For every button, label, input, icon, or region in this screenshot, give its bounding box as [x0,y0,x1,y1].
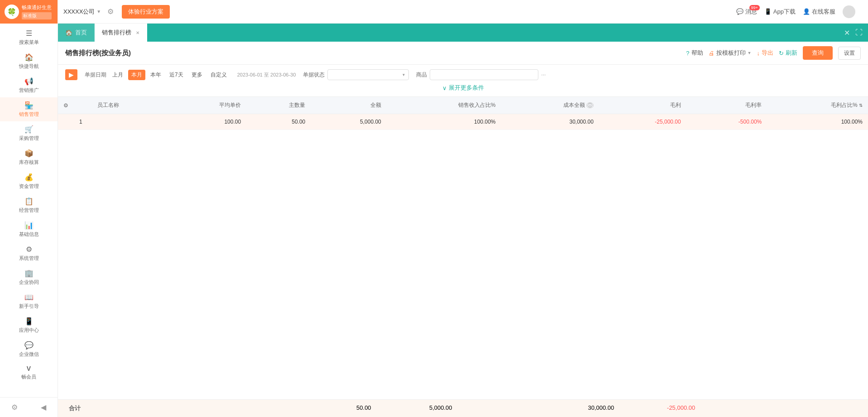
filter-arrow-icon[interactable]: ▶ [65,69,77,80]
col-rank [74,97,92,114]
messages-item[interactable]: 💬 消息 99+ [736,8,757,16]
date-filter: 单据日期 上月 本月 本年 近7天 更多 自定义 [85,70,230,80]
sidebar-item-quicknav[interactable]: 🏠 快捷导航 [0,49,58,73]
sidebar-item-appcenter[interactable]: 📱 应用中心 [0,313,58,337]
tab-bar: 🏠 首页 销售排行榜 ✕ ✕ ⛶ [58,24,868,42]
marketing-icon: 📢 [24,77,34,86]
date-btn-7days[interactable]: 近7天 [166,70,187,80]
sidebar-item-wechat[interactable]: 💬 企业微信 [0,337,58,361]
tab-close-icon[interactable]: ✕ [136,30,139,35]
sidebar-label-appcenter: 应用中心 [19,327,39,334]
main-area: XXXXX公司 ▼ ⚙ 体验行业方案 💬 消息 99+ 📱 App下载 👤 在线… [58,0,868,417]
sidebar-label-system: 系统管理 [19,255,39,262]
date-btn-custom[interactable]: 自定义 [207,70,230,80]
settings-button[interactable]: 设置 [838,47,861,60]
export-button[interactable]: ↓ 导出 [757,49,774,57]
date-btn-this-year[interactable]: 本年 [147,70,164,80]
operations-icon: 📋 [24,197,34,206]
sidebar-item-membership[interactable]: V 畅会员 [0,361,58,384]
expand-conditions-button[interactable]: ∨ 展开更多条件 [442,84,484,92]
sidebar-label-inventory: 库存核算 [19,159,39,166]
header-settings-icon[interactable]: ⚙ [107,7,114,16]
sidebar-nav: ☰ 搜索菜单 🏠 快捷导航 📢 营销推广 🏪 销售管理 🛒 采购管理 📦 库存核… [0,24,58,397]
sidebar-label-quicknav: 快捷导航 [19,63,39,70]
online-service-item[interactable]: 👤 在线客服 [803,8,835,16]
sidebar-item-finance[interactable]: 💰 资金管理 [0,169,58,193]
sidebar-item-enterprise[interactable]: 🏢 企业协同 [0,265,58,289]
home-icon: 🏠 [24,53,34,62]
row-settings [58,114,74,130]
query-button[interactable]: 查询 [803,46,833,60]
company-selector[interactable]: XXXXX公司 ▼ [63,8,101,16]
goods-more-icon[interactable]: ··· [541,72,546,78]
sidebar-item-guide[interactable]: 📖 新手引导 [0,289,58,313]
message-icon: 💬 [736,8,743,15]
page-title: 销售排行榜(按业务员) [65,49,686,58]
sidebar-label-membership: 畅会员 [21,374,36,380]
data-table: ⚙ 员工名称 平均单价 主数量 全额 销售收入占比% 成本全额 ⓘ 毛利 毛利率… [58,97,868,130]
row-name [92,114,169,130]
service-icon: 👤 [803,8,810,15]
sidebar-item-purchase[interactable]: 🛒 采购管理 [0,121,58,145]
sidebar-item-inventory[interactable]: 📦 库存核算 [0,145,58,169]
refresh-button[interactable]: ↻ 刷新 [779,49,797,57]
sidebar-item-operations[interactable]: 📋 经营管理 [0,193,58,217]
sidebar-item-system[interactable]: ⚙ 系统管理 [0,241,58,265]
status-label: 单据状态 [303,71,325,79]
guide-icon: 📖 [24,293,34,302]
bottom-collapse-icon[interactable]: ◀ [37,401,50,413]
date-btn-this-month[interactable]: 本月 [128,70,145,80]
sidebar-item-search[interactable]: ☰ 搜索菜单 [0,25,58,49]
sidebar-item-marketing[interactable]: 📢 营销推广 [0,73,58,97]
bottom-settings-icon[interactable]: ⚙ [8,401,21,413]
col-sales-pct: 销售收入占比% [387,97,501,114]
page-header: 销售排行榜(按业务员) ? 帮助 🖨 按模板打印 ▼ ↓ 导出 [58,42,868,65]
row-gross-rate: -500.00% [686,114,767,130]
date-btn-last-month[interactable]: 上月 [109,70,126,80]
goods-filter: 商品 ··· [416,69,546,80]
print-dropdown-icon: ▼ [748,51,752,55]
goods-input[interactable] [430,69,538,80]
logo-title: 畅康通好生意 [22,4,52,11]
refresh-label: 刷新 [786,49,797,57]
col-name: 员工名称 [92,97,169,114]
status-select[interactable] [327,69,409,80]
top-header: XXXXX公司 ▼ ⚙ 体验行业方案 💬 消息 99+ 📱 App下载 👤 在线… [58,0,868,24]
date-label: 单据日期 [85,71,106,79]
user-avatar[interactable] [843,5,855,18]
tab-sales-ranking[interactable]: 销售排行榜 ✕ [95,24,147,42]
sidebar-item-basicinfo[interactable]: 📊 基础信息 [0,217,58,241]
col-gross-rate: 毛利率 [686,97,767,114]
home-tab-icon: 🏠 [65,29,72,36]
tab-restore-icon[interactable]: ⛶ [855,29,863,37]
template-print-button[interactable]: 🖨 按模板打印 ▼ [709,49,752,57]
cost-info-icon[interactable]: ⓘ [586,102,594,108]
sidebar-label-finance: 资金管理 [19,183,39,190]
tab-home[interactable]: 🏠 首页 [58,24,95,42]
page-actions: ? 帮助 🖨 按模板打印 ▼ ↓ 导出 ↻ 刷新 [686,46,861,60]
logo-icon: 🍀 [5,5,19,19]
expand-label: 展开更多条件 [449,84,484,92]
help-button[interactable]: ? 帮助 [686,49,703,57]
col-gross: 毛利 [599,97,686,114]
tab-close-window-icon[interactable]: ✕ [844,29,850,37]
sidebar-item-sales[interactable]: 🏪 销售管理 [0,97,58,121]
gross-pct-sort-icon[interactable]: ⇅ [859,103,863,108]
membership-icon: V [27,365,31,372]
sales-icon: 🏪 [24,101,34,110]
date-shortcuts: 上月 本月 本年 近7天 更多 自定义 [109,70,230,80]
row-gross-pct: 100.00% [767,114,868,130]
sidebar-label-guide: 新手引导 [19,303,39,310]
enterprise-icon: 🏢 [24,269,34,278]
home-tab-label: 首页 [75,29,87,37]
date-btn-more[interactable]: 更多 [188,70,206,80]
col-settings[interactable]: ⚙ [58,97,74,114]
sidebar-label-search: 搜索菜单 [19,39,39,46]
sidebar-label-basicinfo: 基础信息 [19,231,39,238]
inner-content: 销售排行榜(按业务员) ? 帮助 🖨 按模板打印 ▼ ↓ 导出 [58,42,868,417]
trial-button[interactable]: 体验行业方案 [122,5,170,19]
sidebar-label-purchase: 采购管理 [19,135,39,142]
app-download-item[interactable]: 📱 App下载 [764,8,796,16]
footer-gross-pct [782,404,863,412]
sidebar-bottom: ⚙ ◀ [0,397,58,417]
